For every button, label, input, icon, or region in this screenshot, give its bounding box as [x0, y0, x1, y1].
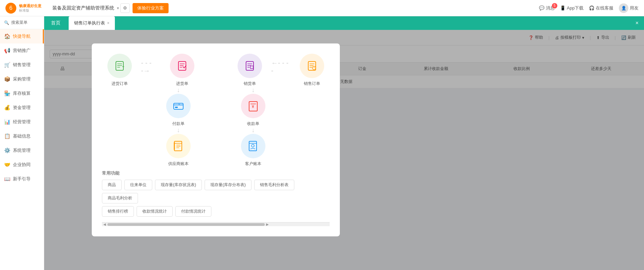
modal-box: 进货订单 - - - -→ 进货单	[92, 43, 340, 236]
flow-row-3: 供应商账本 客户账本	[92, 134, 340, 167]
top-bar: 6 畅康通好生意 标准版 装备及固定资产辅助管理系统 ▾ ⚙ 体验行业方案 💬 …	[0, 0, 644, 16]
dropdown-arrow-icon[interactable]: ▾	[117, 6, 119, 11]
sales-icon: 🛒	[4, 62, 10, 68]
flow-item-sales-order[interactable]: 销售订单	[291, 54, 334, 87]
inventory-icon: 🏪	[4, 90, 10, 96]
tab-close-right-button[interactable]: ×	[630, 20, 644, 26]
arrow-row-down: ↓ ↓	[92, 87, 340, 94]
purchase-bill-circle	[170, 54, 194, 78]
down-arrow-sales: ↓	[229, 87, 277, 94]
download-icon: 📱	[560, 5, 565, 11]
search-menu-button[interactable]: 🔍 搜索菜单	[0, 16, 44, 29]
purchase-order-circle	[107, 54, 132, 78]
enterprise-icon: 🤝	[4, 162, 10, 168]
experience-button[interactable]: 体验行业方案	[133, 3, 169, 13]
func-btn-counterpart[interactable]: 往来单位	[124, 180, 152, 190]
headset-icon: 🎧	[589, 5, 594, 11]
flow-item-receipt[interactable]: ¥ 收款单	[229, 94, 277, 127]
newbie-icon: 📖	[4, 176, 10, 182]
search-icon: 🔍	[4, 20, 9, 25]
tab-close-button[interactable]: ×	[107, 21, 109, 25]
receipt-circle: ¥	[241, 94, 265, 118]
svg-rect-13	[308, 61, 316, 70]
logo-icon: 6	[5, 3, 16, 14]
sidebar-item-system[interactable]: ⚙️ 系统管理	[0, 143, 44, 158]
message-icon: 💬	[539, 5, 544, 11]
svg-rect-21	[175, 107, 178, 108]
sidebar-item-purchase[interactable]: 📦 采购管理	[0, 72, 44, 86]
system-title-text: 装备及固定资产辅助管理系统	[52, 5, 114, 11]
customer-ledger-circle	[241, 134, 265, 158]
user-area[interactable]: 👤 用友	[619, 3, 639, 13]
down-arrow-receipt: ↓	[229, 127, 277, 134]
basic-icon: 📋	[4, 133, 10, 139]
sidebar-item-newbie[interactable]: 📖 新手引导	[0, 172, 44, 186]
logo-text: 畅康通好生意 标准版	[19, 3, 41, 13]
supplier-ledger-circle	[166, 134, 191, 158]
down-arrow-purchase: ↓	[155, 87, 202, 94]
sidebar-item-finance[interactable]: 💰 资金管理	[0, 101, 44, 115]
func-buttons-row2: 销售排行榜 收款情况统计 付款情况统计	[102, 206, 330, 217]
flow-item-supplier-ledger[interactable]: 供应商账本	[155, 134, 202, 167]
sidebar-item-quick-nav[interactable]: 🏠 快捷导航	[0, 29, 44, 43]
func-btn-stock-dist[interactable]: 现存量(库存分布表)	[205, 180, 251, 190]
func-btn-sales-rank[interactable]: 销售排行榜	[102, 206, 134, 217]
tab-bar: 首页 销售订单执行表 × ×	[44, 16, 644, 30]
payment-circle: ¥	[166, 94, 191, 118]
sales-bill-circle	[238, 54, 262, 78]
purchase-icon: 📦	[4, 76, 10, 82]
settings-button[interactable]: ⚙	[120, 3, 130, 13]
tab-home[interactable]: 首页	[44, 16, 67, 30]
svg-text:¥: ¥	[251, 104, 254, 109]
scroll-left-button[interactable]: ◀	[103, 222, 106, 226]
sidebar-item-basic[interactable]: 📋 基础信息	[0, 129, 44, 143]
sales-order-circle	[300, 54, 324, 78]
func-btn-product[interactable]: 商品	[102, 180, 122, 190]
finance-icon: 💰	[4, 105, 10, 111]
flow-item-purchase-order[interactable]: 进货订单	[98, 54, 141, 87]
marketing-icon: 📢	[4, 48, 10, 54]
operation-icon: 📊	[4, 119, 10, 125]
func-btn-product-profit[interactable]: 商品毛利分析	[102, 193, 138, 203]
sidebar-item-enterprise[interactable]: 🤝 企业协同	[0, 158, 44, 172]
flow-diagram: 进货订单 - - - -→ 进货单	[102, 54, 330, 167]
arrow-sales-order-to-bill: ←- - - -	[271, 59, 291, 75]
svg-rect-12	[250, 66, 253, 69]
home-icon: 🏠	[4, 33, 10, 39]
down-arrow-payment: ↓	[155, 127, 202, 134]
modal-overlay[interactable]: 进货订单 - - - -→ 进货单	[44, 30, 644, 270]
main-area: 🔍 搜索菜单 🏠 快捷导航 📢 营销推广 🛒 销售管理 📦 采购管理 🏪	[0, 16, 644, 270]
online-service-button[interactable]: 🎧 在线客服	[589, 5, 613, 11]
flow-row-2: ¥ 付款单 ¥ 收款单	[92, 94, 340, 127]
scroll-thumb[interactable]	[107, 223, 265, 226]
common-functions-section: 常用功能 商品 往来单位 现存量(库存状况表) 现存量(库存分布表) 销售毛利分…	[102, 170, 330, 217]
svg-point-34	[251, 144, 254, 147]
tab-sales-order[interactable]: 销售订单执行表 ×	[69, 16, 115, 30]
modal-scroll-bar[interactable]: ◀ ▶	[102, 222, 330, 226]
svg-rect-32	[249, 141, 257, 151]
flow-item-sales-bill[interactable]: 销货单	[228, 54, 271, 87]
sidebar-item-marketing[interactable]: 📢 营销推广	[0, 43, 44, 58]
page-content: ❓ 帮助 | 🖨 按模板打印 ▾ | ⬆ 导出 |	[44, 30, 644, 270]
content-area: 首页 销售订单执行表 × × ❓ 帮助 |	[44, 16, 644, 270]
system-title: 装备及固定资产辅助管理系统 ▾	[52, 5, 119, 11]
func-btn-sales-profit[interactable]: 销售毛利分析表	[254, 180, 294, 190]
app-download-button[interactable]: 📱 App下载	[560, 5, 584, 11]
top-bar-right: 💬 消息 5 📱 App下载 🎧 在线客服 👤 用友	[539, 3, 639, 13]
scroll-right-button[interactable]: ▶	[266, 222, 269, 226]
sidebar-item-operation[interactable]: 📊 经营管理	[0, 115, 44, 129]
func-btn-stock-status[interactable]: 现存量(库存状况表)	[155, 180, 202, 190]
flow-item-purchase-bill[interactable]: 进货单	[160, 54, 204, 87]
func-btn-payment-stat[interactable]: 付款情况统计	[175, 206, 211, 217]
func-buttons-row: 商品 往来单位 现存量(库存状况表) 现存量(库存分布表) 销售毛利分析表 商品…	[102, 180, 330, 203]
sidebar-item-sales[interactable]: 🛒 销售管理	[0, 58, 44, 72]
func-btn-receipt-stat[interactable]: 收款情况统计	[137, 206, 173, 217]
flow-item-payment[interactable]: ¥ 付款单	[155, 94, 202, 127]
system-icon: ⚙️	[4, 147, 10, 154]
sidebar-item-inventory[interactable]: 🏪 库存核算	[0, 86, 44, 101]
svg-text:¥: ¥	[178, 103, 180, 106]
svg-rect-28	[174, 142, 175, 150]
flow-item-customer-ledger[interactable]: 客户账本	[229, 134, 277, 167]
message-button[interactable]: 💬 消息 5	[539, 5, 555, 11]
message-badge: 5	[552, 3, 557, 8]
